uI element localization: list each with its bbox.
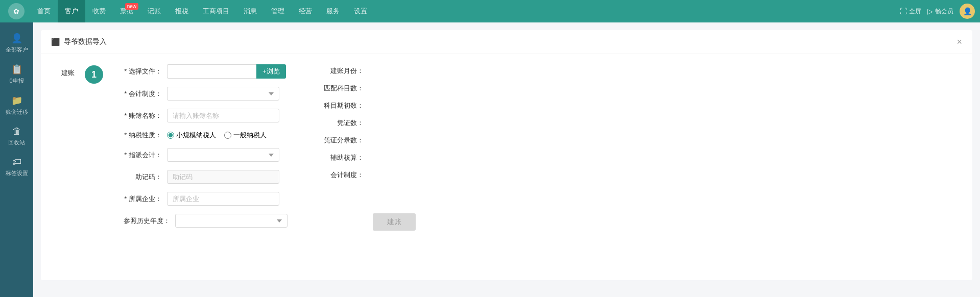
form-fields: * 选择文件： +浏览 * 会计制度： bbox=[124, 64, 297, 231]
fullscreen-btn[interactable]: ⛶ 全屏 bbox=[900, 7, 921, 16]
history-year-select[interactable] bbox=[175, 214, 288, 228]
tag-icon: 🏷 bbox=[12, 157, 21, 167]
step-circle: 1 bbox=[85, 65, 103, 84]
init-balance-label: 科目期初数： bbox=[318, 101, 364, 110]
file-text-input[interactable] bbox=[167, 64, 256, 79]
small-taxpayer-option[interactable]: 小规模纳税人 bbox=[167, 131, 216, 140]
right-section: 建账月份： 匹配科目数： 科目期初数： 凭证数： bbox=[318, 64, 471, 231]
nav-item-settings[interactable]: 设置 bbox=[347, 0, 374, 22]
tax-type-radio-group: 小规模纳税人 一般纳税人 bbox=[167, 131, 267, 140]
file-label: * 选择文件： bbox=[124, 67, 162, 76]
user-icon: 👤 bbox=[11, 33, 22, 44]
file-row: * 选择文件： +浏览 bbox=[124, 64, 297, 79]
voucher-entries-row: 凭证分录数： bbox=[318, 136, 471, 145]
assign-accountant-label: * 指派会计： bbox=[124, 151, 162, 160]
history-year-row: 参照历史年度： bbox=[124, 214, 297, 228]
small-taxpayer-radio[interactable] bbox=[167, 132, 174, 139]
declaration-icon: 📋 bbox=[11, 64, 22, 75]
owner-company-input[interactable] bbox=[167, 192, 279, 206]
tax-type-row: * 纳税性质： 小规模纳税人 一般纳税人 bbox=[124, 131, 297, 140]
general-taxpayer-radio[interactable] bbox=[224, 132, 231, 139]
sidebar-item-zero-declaration[interactable]: 📋 0申报 bbox=[0, 59, 33, 90]
sidebar-item-tags[interactable]: 🏷 标签设置 bbox=[0, 152, 33, 182]
nav-item-manage[interactable]: 管理 bbox=[264, 0, 292, 22]
tax-type-label: * 纳税性质： bbox=[124, 131, 162, 140]
import-panel: ⬛ 导爷数据导入 × 建账 1 * 选择文件： +浏览 bbox=[41, 30, 972, 280]
nav-item-business[interactable]: 工商项目 bbox=[196, 0, 236, 22]
voucher-count-row: 凭证数： bbox=[318, 118, 471, 128]
nav-item-tax[interactable]: 报税 bbox=[168, 0, 196, 22]
step-section: 建账 1 bbox=[61, 64, 103, 231]
nav-item-invoice[interactable]: 票据 new bbox=[113, 0, 140, 22]
create-btn-container: 建账 bbox=[318, 203, 471, 231]
browse-button[interactable]: +浏览 bbox=[256, 64, 286, 79]
sidebar-item-recycle[interactable]: 🗑 回收站 bbox=[0, 121, 33, 152]
accounting-system-label: * 会计制度： bbox=[124, 89, 162, 98]
nav-right: ⛶ 全屏 ▷ 畅会员 👤 bbox=[900, 4, 975, 19]
voucher-count-label: 凭证数： bbox=[318, 118, 364, 128]
memo-row: 助记码： bbox=[124, 170, 297, 184]
aux-accounting-row: 辅助核算： bbox=[318, 153, 471, 162]
new-badge: new bbox=[125, 3, 138, 10]
sidebar-item-all-customers[interactable]: 👤 全部客户 bbox=[0, 28, 33, 59]
voucher-entries-label: 凭证分录数： bbox=[318, 136, 364, 145]
nav-item-service[interactable]: 服务 bbox=[319, 0, 347, 22]
nav-item-message[interactable]: 消息 bbox=[236, 0, 264, 22]
general-taxpayer-option[interactable]: 一般纳税人 bbox=[224, 131, 267, 140]
form-container: 建账 1 * 选择文件： +浏览 * 会计制度： bbox=[41, 54, 972, 241]
migration-icon: 📁 bbox=[11, 95, 22, 106]
create-account-button[interactable]: 建账 bbox=[373, 213, 416, 231]
play-icon: ▷ bbox=[927, 7, 933, 15]
owner-company-row: * 所属企业： bbox=[124, 192, 297, 206]
ledger-name-input[interactable] bbox=[167, 109, 279, 122]
sidebar: 👤 全部客户 📋 0申报 📁 账套迁移 🗑 回收站 🏷 标签设置 bbox=[0, 22, 33, 297]
aux-accounting-label: 辅助核算： bbox=[318, 153, 364, 162]
history-year-label: 参照历史年度： bbox=[124, 216, 170, 226]
nav-item-fee[interactable]: 收费 bbox=[85, 0, 113, 22]
panel-title: 导爷数据导入 bbox=[64, 37, 107, 46]
import-icon: ⬛ bbox=[51, 38, 60, 46]
accounting-system-row: * 会计制度： bbox=[124, 87, 297, 101]
main-layout: 👤 全部客户 📋 0申报 📁 账套迁移 🗑 回收站 🏷 标签设置 ⬛ 导爷数据导… bbox=[0, 22, 980, 297]
file-input-wrap: +浏览 bbox=[167, 64, 286, 79]
logo-icon: ✿ bbox=[8, 3, 25, 19]
owner-company-label: * 所属企业： bbox=[124, 194, 162, 204]
nav-item-bookkeeping[interactable]: 记账 bbox=[140, 0, 168, 22]
sidebar-item-account-migration[interactable]: 📁 账套迁移 bbox=[0, 90, 33, 121]
init-balance-row: 科目期初数： bbox=[318, 101, 471, 110]
right-accounting-system-row: 会计制度： bbox=[318, 170, 471, 180]
month-label: 建账月份： bbox=[318, 66, 364, 76]
month-row: 建账月份： bbox=[318, 66, 471, 76]
ledger-name-row: * 账簿名称： bbox=[124, 109, 297, 122]
nav-item-home[interactable]: 首页 bbox=[30, 0, 58, 22]
member-btn[interactable]: ▷ 畅会员 bbox=[927, 7, 953, 16]
memo-label: 助记码： bbox=[124, 172, 162, 182]
assign-accountant-row: * 指派会计： bbox=[124, 148, 297, 162]
content-area: ⬛ 导爷数据导入 × 建账 1 * 选择文件： +浏览 bbox=[33, 22, 980, 297]
match-subjects-row: 匹配科目数： bbox=[318, 84, 471, 93]
assign-accountant-select[interactable] bbox=[167, 148, 279, 162]
nav-item-operation[interactable]: 经营 bbox=[292, 0, 319, 22]
panel-header: ⬛ 导爷数据导入 bbox=[41, 30, 972, 54]
avatar[interactable]: 👤 bbox=[960, 4, 975, 19]
nav-item-customer[interactable]: 客户 bbox=[58, 0, 85, 22]
match-subjects-label: 匹配科目数： bbox=[318, 84, 364, 93]
right-accounting-system-label: 会计制度： bbox=[318, 170, 364, 180]
ledger-name-label: * 账簿名称： bbox=[124, 111, 162, 120]
logo-area[interactable]: ✿ bbox=[5, 0, 28, 22]
trash-icon: 🗑 bbox=[12, 126, 21, 137]
panel-close-btn[interactable]: × bbox=[957, 37, 962, 46]
fullscreen-icon: ⛶ bbox=[900, 7, 907, 15]
nav-items: 首页 客户 收费 票据 new 记账 报税 工商项目 消息 管理 经营 bbox=[30, 0, 900, 22]
top-nav: ✿ 首页 客户 收费 票据 new 记账 报税 工商项目 消息 管理 bbox=[0, 0, 980, 22]
memo-input[interactable] bbox=[167, 170, 279, 184]
step-label: 建账 bbox=[61, 64, 75, 78]
accounting-system-select[interactable] bbox=[167, 87, 279, 101]
